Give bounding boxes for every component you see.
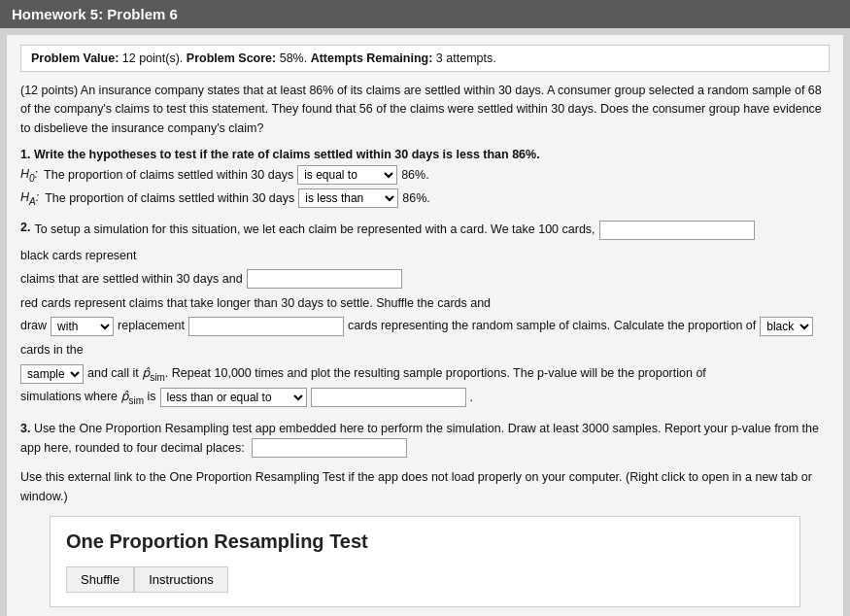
embedded-app: One Proportion Resampling Test Shuffle I… — [50, 516, 800, 607]
sim-line-2: claims that are settled within 30 days a… — [20, 269, 830, 315]
page-wrapper: Homework 5: Problem 6 Problem Value: 12 … — [0, 0, 850, 616]
black-cards-input[interactable] — [599, 221, 755, 240]
problem-score: 58%. — [280, 51, 308, 65]
sim-text-3: cards representing the random sample of … — [348, 316, 756, 336]
h0-line: H0: The proportion of claims settled wit… — [20, 165, 830, 185]
sample-select[interactable]: sample — [20, 364, 84, 384]
hA-comparison-select[interactable]: is less than is equal to is greater than — [298, 188, 398, 208]
instructions-button[interactable]: Instructions — [134, 566, 227, 593]
sim-line-5: simulations where p̂sim is less than or … — [20, 387, 830, 409]
section3-text: Use the One Proportion Resampling test a… — [20, 422, 819, 455]
sim-line-4: sample and call it p̂sim. Repeat 10,000 … — [20, 363, 830, 386]
problem-score-label: Problem Score: — [187, 51, 276, 65]
sim-text-5: simulations where p̂sim is — [20, 387, 156, 409]
app-buttons: Shuffle Instructions — [66, 566, 784, 593]
section-2: 2. To setup a simulation for this situat… — [20, 218, 830, 409]
h0-comparison-select[interactable]: is equal to is less than is greater than — [297, 165, 397, 185]
hA-text: The proportion of claims settled within … — [45, 191, 294, 205]
attempts-label: Attempts Remaining: — [311, 51, 433, 65]
shuffle-button[interactable]: Shuffle — [66, 566, 134, 593]
draw-replacement-select[interactable]: with without — [51, 317, 114, 336]
hA-label: HA: — [20, 190, 39, 207]
h0-sub: 0 — [29, 172, 35, 183]
sim-text-1: To setup a simulation for this situation… — [34, 220, 595, 240]
app-title: One Proportion Resampling Test — [66, 530, 784, 553]
attempts-value: 3 attempts. — [436, 51, 496, 65]
p-hat-call: and call it p̂sim. Repeat 10,000 times a… — [87, 363, 706, 386]
score-bar: Problem Value: 12 point(s). Problem Scor… — [20, 45, 830, 72]
hA-percent: 86%. — [402, 191, 430, 205]
problem-points: 12 point(s). — [122, 51, 184, 65]
sample-size-input[interactable] — [188, 317, 344, 336]
sim-draw-label: draw — [20, 316, 47, 336]
h0-text: The proportion of claims settled within … — [44, 168, 293, 182]
problem-description: (12 points) An insurance company states … — [20, 82, 830, 138]
pvalue-comparison-select[interactable]: less than or equal to greater than or eq… — [160, 388, 307, 407]
h0-label: H0: — [20, 167, 38, 184]
h0-percent: 86%. — [401, 168, 429, 182]
section-3: 3. Use the One Proportion Resampling tes… — [20, 419, 830, 459]
pvalue-result-input[interactable] — [252, 438, 407, 458]
external-link-text: Use this external link to the One Propor… — [20, 467, 830, 506]
sim-text-2: claims that are settled within 30 days a… — [20, 269, 243, 290]
section3-number: 3. — [20, 422, 30, 435]
period: . — [470, 388, 473, 408]
sim-line-1: 2. To setup a simulation for this situat… — [20, 218, 830, 267]
content-area: Problem Value: 12 point(s). Problem Scor… — [6, 34, 844, 616]
cards-suffix: cards in the — [20, 340, 84, 360]
replacement-label: replacement — [118, 316, 185, 336]
problem-value-label: Problem Value: — [31, 51, 119, 65]
color-select[interactable]: black red — [760, 317, 813, 336]
section2-title: 2. — [20, 218, 30, 238]
pvalue-threshold-input[interactable] — [311, 388, 466, 407]
sim-line-3: draw with without replacement cards repr… — [20, 316, 830, 361]
section-1: 1. Write the hypotheses to test if the r… — [20, 148, 830, 208]
red-cards-input[interactable] — [247, 269, 402, 289]
hA-line: HA: The proportion of claims settled wit… — [20, 188, 830, 208]
section1-title: 1. Write the hypotheses to test if the r… — [20, 148, 830, 161]
page-title: Homework 5: Problem 6 — [0, 0, 850, 28]
sim-text-red: red cards represent claims that take lon… — [20, 293, 491, 314]
sim-text-black: black cards represent — [20, 246, 137, 266]
